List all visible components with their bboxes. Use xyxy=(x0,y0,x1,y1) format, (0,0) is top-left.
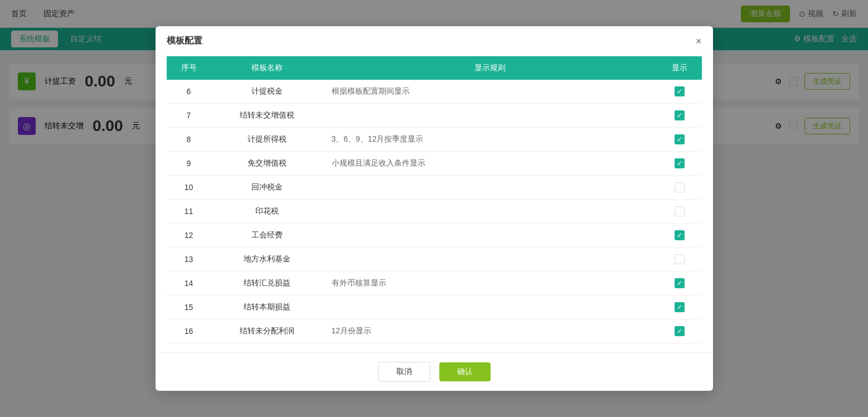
cell-seq-8: 14 xyxy=(167,271,211,295)
cell-rule-7 xyxy=(323,248,657,271)
cell-check-9 xyxy=(657,295,702,319)
checkbox-9[interactable] xyxy=(675,158,685,168)
cell-name-3: 免交增值税 xyxy=(211,152,323,176)
cell-seq-10: 16 xyxy=(167,319,211,343)
cell-name-1: 结转未交增值税 xyxy=(211,104,323,128)
cell-rule-10: 12月份显示 xyxy=(323,319,657,343)
cell-check-8 xyxy=(657,271,702,295)
cell-check-2 xyxy=(657,128,702,152)
checkbox-cell-7 xyxy=(666,254,693,264)
checkbox-cell-9 xyxy=(666,302,693,312)
cell-rule-6 xyxy=(323,224,657,248)
checkbox-cell-3 xyxy=(666,158,693,168)
checkbox-cell-1 xyxy=(666,110,693,120)
cell-check-4 xyxy=(657,176,702,200)
checkbox-cell-2 xyxy=(666,134,693,144)
table-row: 9免交增值税小规模且满足收入条件显示 xyxy=(167,152,702,176)
cell-check-3 xyxy=(657,152,702,176)
cell-name-2: 计提所得税 xyxy=(211,128,323,152)
cell-seq-7: 13 xyxy=(167,248,211,271)
modal-title: 模板配置 xyxy=(167,35,202,47)
cell-seq-9: 15 xyxy=(167,295,211,319)
cell-check-6 xyxy=(657,224,702,248)
modal-close-button[interactable]: × xyxy=(696,36,702,46)
cell-seq-1: 7 xyxy=(167,104,211,128)
table-row: 7结转未交增值税 xyxy=(167,104,702,128)
cell-name-4: 回冲税金 xyxy=(211,176,323,200)
checkbox-10[interactable] xyxy=(675,182,685,192)
cell-seq-3: 9 xyxy=(167,152,211,176)
table-row: 15结转本期损益 xyxy=(167,295,702,319)
cell-check-5 xyxy=(657,200,702,224)
cell-rule-1 xyxy=(323,104,657,128)
table-row: 6计提税金根据模板配置期间显示 xyxy=(167,80,702,104)
cell-rule-2: 3、6、9、12月按季度显示 xyxy=(323,128,657,152)
cell-check-10 xyxy=(657,319,702,343)
table-row: 14结转汇兑损益有外币核算显示 xyxy=(167,271,702,295)
template-config-modal: 模板配置 × 序号 模板名称 显示规则 显示 6计提税金根据模板配置期间显示7结… xyxy=(156,26,713,391)
cell-rule-5 xyxy=(323,200,657,224)
modal-header: 模板配置 × xyxy=(156,26,713,56)
confirm-button[interactable]: 确认 xyxy=(439,362,491,381)
cell-seq-6: 12 xyxy=(167,224,211,248)
checkbox-12[interactable] xyxy=(675,230,685,240)
checkbox-cell-8 xyxy=(666,278,693,288)
checkbox-7[interactable] xyxy=(675,110,685,120)
cell-name-5: 印花税 xyxy=(211,200,323,224)
table-row: 12工会经费 xyxy=(167,224,702,248)
checkbox-cell-5 xyxy=(666,206,693,216)
modal-footer: 取消 确认 xyxy=(156,352,713,391)
cell-name-9: 结转本期损益 xyxy=(211,295,323,319)
cancel-button[interactable]: 取消 xyxy=(378,362,430,382)
cell-rule-0: 根据模板配置期间显示 xyxy=(323,80,657,104)
cell-name-0: 计提税金 xyxy=(211,80,323,104)
cell-name-6: 工会经费 xyxy=(211,224,323,248)
modal-body: 序号 模板名称 显示规则 显示 6计提税金根据模板配置期间显示7结转未交增值税8… xyxy=(156,56,713,352)
table-row: 8计提所得税3、6、9、12月按季度显示 xyxy=(167,128,702,152)
checkbox-14[interactable] xyxy=(675,278,685,288)
cell-seq-5: 11 xyxy=(167,200,211,224)
cell-seq-4: 10 xyxy=(167,176,211,200)
checkbox-16[interactable] xyxy=(675,326,685,336)
config-table: 序号 模板名称 显示规则 显示 6计提税金根据模板配置期间显示7结转未交增值税8… xyxy=(167,56,702,343)
modal-overlay: 模板配置 × 序号 模板名称 显示规则 显示 6计提税金根据模板配置期间显示7结… xyxy=(0,0,868,417)
cell-name-10: 结转未分配利润 xyxy=(211,319,323,343)
checkbox-cell-4 xyxy=(666,182,693,192)
cell-seq-2: 8 xyxy=(167,128,211,152)
checkbox-cell-6 xyxy=(666,230,693,240)
checkbox-11[interactable] xyxy=(675,206,685,216)
cell-name-8: 结转汇兑损益 xyxy=(211,271,323,295)
checkbox-8[interactable] xyxy=(675,134,685,144)
cell-seq-0: 6 xyxy=(167,80,211,104)
col-display: 显示 xyxy=(657,56,702,80)
cell-rule-4 xyxy=(323,176,657,200)
col-name: 模板名称 xyxy=(211,56,323,80)
col-rule: 显示规则 xyxy=(323,56,657,80)
table-body: 6计提税金根据模板配置期间显示7结转未交增值税8计提所得税3、6、9、12月按季… xyxy=(167,80,702,343)
cell-check-0 xyxy=(657,80,702,104)
checkbox-cell-0 xyxy=(666,86,693,96)
cell-rule-9 xyxy=(323,295,657,319)
checkbox-cell-10 xyxy=(666,326,693,336)
checkbox-13[interactable] xyxy=(675,254,685,264)
cell-rule-8: 有外币核算显示 xyxy=(323,271,657,295)
cell-check-7 xyxy=(657,248,702,271)
table-row: 10回冲税金 xyxy=(167,176,702,200)
table-row: 16结转未分配利润12月份显示 xyxy=(167,319,702,343)
cell-check-1 xyxy=(657,104,702,128)
checkbox-15[interactable] xyxy=(675,302,685,312)
cell-rule-3: 小规模且满足收入条件显示 xyxy=(323,152,657,176)
table-header: 序号 模板名称 显示规则 显示 xyxy=(167,56,702,80)
table-row: 11印花税 xyxy=(167,200,702,224)
table-row: 13地方水利基金 xyxy=(167,248,702,271)
cell-name-7: 地方水利基金 xyxy=(211,248,323,271)
col-seq: 序号 xyxy=(167,56,211,80)
checkbox-6[interactable] xyxy=(675,86,685,96)
